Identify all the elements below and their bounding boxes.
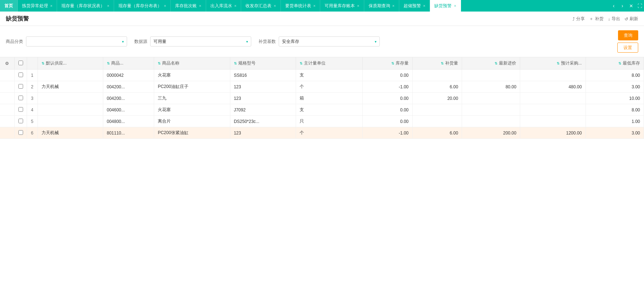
select-all-checkbox[interactable] bbox=[18, 61, 23, 65]
row-checkbox-cell[interactable] bbox=[14, 93, 27, 104]
refresh-button[interactable]: ↺ 刷新 bbox=[625, 16, 638, 22]
export-button[interactable]: ↓ 导出 bbox=[608, 16, 620, 22]
tab-item-collect[interactable]: 收发存汇总表× bbox=[241, 0, 280, 12]
row-checkbox-cell[interactable] bbox=[14, 116, 27, 127]
refresh-icon: ↺ bbox=[625, 17, 628, 22]
page-container: 缺货预警 ⤴ 分享 ＋ 补货 ↓ 导出 ↺ 刷新 商品分类 bbox=[0, 12, 644, 287]
row-spec-5: 123 bbox=[230, 127, 296, 139]
row-goods-name-2: 三九 bbox=[154, 93, 230, 104]
row-goods-code-1: 004200... bbox=[103, 81, 154, 93]
row-settings-cell bbox=[0, 127, 14, 139]
tab-item-overstock[interactable]: 超储预警× bbox=[399, 0, 430, 12]
tab-close-batch[interactable]: × bbox=[199, 4, 201, 8]
tab-close-inventory-dist[interactable]: × bbox=[164, 4, 166, 8]
row-estimated-purchase-4 bbox=[520, 116, 586, 127]
row-checkbox-1[interactable] bbox=[18, 84, 23, 89]
sort-icon: ⇅ bbox=[234, 61, 237, 65]
category-select[interactable]: ▾ bbox=[26, 36, 127, 47]
tab-label-shortage: 缺货预警 bbox=[434, 3, 452, 9]
row-goods-code-5: 801110... bbox=[103, 127, 154, 139]
row-checkbox-5[interactable] bbox=[18, 130, 23, 135]
col-replenish-qty[interactable]: ⇅补货量 bbox=[412, 57, 462, 70]
col-settings[interactable]: ⚙ bbox=[0, 57, 14, 70]
tab-item-inventory-status[interactable]: 现存量（库存状况表）× bbox=[57, 0, 114, 12]
row-latest-price-0 bbox=[462, 70, 520, 81]
tab-nav-next[interactable]: › bbox=[618, 0, 627, 12]
col-stock-qty[interactable]: ⇅库存量 bbox=[363, 57, 412, 70]
row-min-stock-3: 8.00 bbox=[586, 104, 644, 116]
col-goods-name-label: 商品名称 bbox=[162, 60, 179, 66]
tab-item-shortage[interactable]: 缺货预警× bbox=[430, 0, 461, 12]
row-stock-qty-1: -1.00 bbox=[363, 81, 412, 93]
settings-button[interactable]: 设置 bbox=[617, 43, 638, 53]
datasource-label: 数据源 bbox=[134, 39, 147, 45]
row-checkbox-cell[interactable] bbox=[14, 70, 27, 81]
tab-close-demand-stat[interactable]: × bbox=[313, 4, 316, 8]
tab-close-expiry[interactable]: × bbox=[392, 4, 395, 8]
col-unit-label: 主计量单位 bbox=[304, 60, 326, 66]
replenish-base-select[interactable]: 安全库存 ▾ bbox=[279, 36, 380, 47]
tab-nav-prev[interactable]: ‹ bbox=[609, 0, 618, 12]
col-latest-price[interactable]: ⇅最新进价 bbox=[462, 57, 520, 70]
replenish-icon: ＋ bbox=[589, 16, 593, 22]
tab-item-home[interactable]: 首页 bbox=[0, 0, 18, 12]
tab-close-shortage[interactable]: × bbox=[454, 4, 456, 8]
row-checkbox-2[interactable] bbox=[18, 96, 23, 100]
row-unit-4: 只 bbox=[296, 116, 363, 127]
tab-item-expiry[interactable]: 保质期查询× bbox=[364, 0, 399, 12]
replenish-button[interactable]: ＋ 补货 bbox=[589, 16, 604, 22]
window-close-icon[interactable]: ✕ bbox=[627, 0, 635, 12]
tab-item-inventory-dist[interactable]: 现存量（库存分布表）× bbox=[114, 0, 171, 12]
tab-bar: 首页拣货异常处理×现存量（库存状况表）×现存量（库存分布表）×库存批次账×出入库… bbox=[0, 0, 644, 12]
row-checkbox-cell[interactable] bbox=[14, 127, 27, 139]
row-index-3: 4 bbox=[27, 104, 38, 116]
row-checkbox-cell[interactable] bbox=[14, 104, 27, 116]
col-goods-code[interactable]: ⇅商品... bbox=[103, 57, 154, 70]
col-default-supplier[interactable]: ⇅默认供应... bbox=[38, 57, 103, 70]
tab-close-inout-flow[interactable]: × bbox=[234, 4, 236, 8]
row-stock-qty-5: -1.00 bbox=[363, 127, 412, 139]
col-estimated-purchase[interactable]: ⇅预计采购... bbox=[520, 57, 586, 70]
col-goods-name[interactable]: ⇅商品名称 bbox=[154, 57, 230, 70]
tab-item-batch[interactable]: 库存批次账× bbox=[171, 0, 206, 12]
sort-icon: ⇅ bbox=[391, 61, 394, 65]
datasource-value: 可用量 bbox=[153, 39, 166, 45]
row-checkbox-0[interactable] bbox=[18, 72, 23, 77]
tab-close-overstock[interactable]: × bbox=[423, 4, 425, 8]
table-container: ⚙ ⇅默认供应... ⇅商品... ⇅商品名称 bbox=[0, 57, 644, 139]
category-chevron-icon: ▾ bbox=[122, 40, 124, 44]
page-title: 缺货预警 bbox=[6, 15, 29, 23]
tab-close-inventory-status[interactable]: × bbox=[107, 4, 109, 8]
row-goods-code-3: 004600... bbox=[103, 104, 154, 116]
row-supplier-2 bbox=[38, 93, 103, 104]
datasource-select[interactable]: 可用量 ▾ bbox=[150, 36, 251, 47]
row-checkbox-4[interactable] bbox=[18, 119, 23, 123]
query-button[interactable]: 查询 bbox=[618, 30, 638, 40]
row-checkbox-cell[interactable] bbox=[14, 81, 27, 93]
datasource-filter-group: 数据源 可用量 ▾ bbox=[134, 36, 251, 47]
window-expand-icon[interactable]: ⛶ bbox=[635, 0, 644, 12]
row-index-0: 1 bbox=[27, 70, 38, 81]
row-index-4: 5 bbox=[27, 116, 38, 127]
col-stock-label: 库存量 bbox=[396, 60, 409, 66]
tab-item-inout-flow[interactable]: 出入库流水× bbox=[206, 0, 241, 12]
col-min-stock[interactable]: ⇅最低库存 bbox=[586, 57, 644, 70]
tab-item-available-ledger[interactable]: 可用量库存账本× bbox=[320, 0, 364, 12]
tab-close-collect[interactable]: × bbox=[274, 4, 276, 8]
tab-close-abnormal[interactable]: × bbox=[50, 4, 52, 8]
col-unit[interactable]: ⇅主计量单位 bbox=[296, 57, 363, 70]
sort-icon: ⇅ bbox=[42, 61, 44, 65]
filter-buttons: 查询 设置 bbox=[617, 30, 638, 53]
row-spec-4: DS250*23c... bbox=[230, 116, 296, 127]
col-supplier-label: 默认供应... bbox=[46, 60, 67, 66]
tab-close-available-ledger[interactable]: × bbox=[357, 4, 359, 8]
row-goods-code-0: 0000042 bbox=[103, 70, 154, 81]
tab-item-demand-stat[interactable]: 要货单统计表× bbox=[281, 0, 320, 12]
row-unit-5: 个 bbox=[296, 127, 363, 139]
row-checkbox-3[interactable] bbox=[18, 107, 23, 112]
column-settings-icon[interactable]: ⚙ bbox=[5, 61, 9, 66]
col-spec[interactable]: ⇅规格型号 bbox=[230, 57, 296, 70]
tab-item-abnormal[interactable]: 拣货异常处理× bbox=[18, 0, 57, 12]
row-spec-0: SS816 bbox=[230, 70, 296, 81]
share-button[interactable]: ⤴ 分享 bbox=[573, 16, 585, 22]
